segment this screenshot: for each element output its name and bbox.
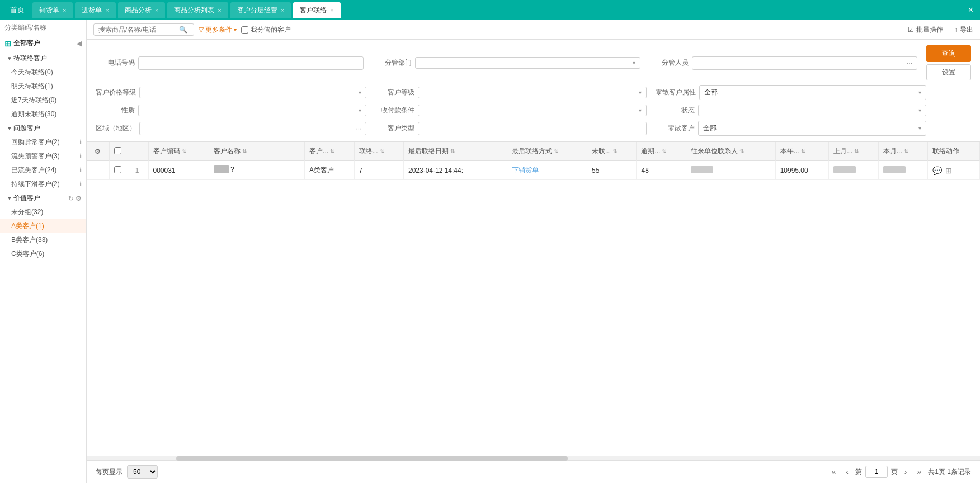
nav-home[interactable]: 首页	[4, 5, 30, 15]
sidebar-repurchase-abnormal[interactable]: 回购异常客户(2) ℹ	[0, 135, 86, 149]
pending-contact-group[interactable]: ▼ 待联络客户	[0, 51, 86, 65]
pending-triangle: ▼	[7, 55, 12, 61]
sidebar-class-b[interactable]: B类客户(33)	[0, 233, 86, 247]
info-icon-4: ℹ	[79, 181, 82, 188]
sort-way-icon[interactable]: ⇅	[554, 148, 558, 154]
close-sales-tab[interactable]: ×	[63, 7, 66, 13]
close-purchase-tab[interactable]: ×	[105, 7, 109, 13]
label-payment: 收付款条件	[375, 106, 414, 115]
settings-btn[interactable]: 设置	[926, 64, 971, 80]
page-input[interactable]	[865, 466, 888, 478]
export-btn[interactable]: ↑ 导出	[954, 25, 973, 35]
select-manager[interactable]: ···	[692, 56, 917, 70]
select-region[interactable]: ···	[139, 122, 366, 135]
filter-cell-payment: 收付款条件 ▾	[375, 105, 646, 116]
all-customers-header[interactable]: ⊞ 全部客户 ◀	[0, 35, 86, 51]
select-price-level[interactable]: ▾	[139, 87, 366, 98]
label-phone: 电话号码	[96, 58, 135, 68]
sidebar-search-input[interactable]	[4, 23, 87, 31]
my-customers-checkbox[interactable]: 我分管的客户	[241, 25, 291, 35]
th-rownum	[126, 142, 148, 161]
first-page-btn[interactable]: «	[828, 466, 839, 478]
refresh-icon[interactable]: ↻	[68, 195, 74, 202]
more-conditions-btn[interactable]: ▽ 更多条件 ▾	[199, 25, 237, 35]
filter-row-4: 区域（地区） ··· 客户类型 零散客户 全部 ▾	[96, 121, 971, 136]
sidebar-7day-pending[interactable]: 近7天待联络(0)	[0, 93, 86, 107]
prev-page-btn[interactable]: ‹	[842, 466, 852, 478]
sort-type-icon[interactable]: ⇅	[330, 148, 334, 154]
sidebar-churn-warning[interactable]: 流失预警客户(3) ℹ	[0, 149, 86, 163]
sort-this-month-icon[interactable]: ⇅	[904, 148, 908, 154]
filter-cell-phone: 电话号码	[96, 56, 364, 70]
nav-tab-customer-ops[interactable]: 客户分层经营 ×	[230, 2, 291, 18]
problem-customers-group[interactable]: ▼ 问题客户	[0, 121, 86, 135]
page-size-select[interactable]: 50 100 200	[127, 465, 158, 479]
nav-tab-customer-contact[interactable]: 客户联络 ×	[293, 2, 340, 18]
close-customer-ops-tab[interactable]: ×	[281, 7, 284, 13]
label-dept: 分管部门	[373, 58, 412, 68]
td-overdue: 48	[637, 161, 686, 180]
sort-name-icon[interactable]: ⇅	[242, 148, 247, 154]
next-page-btn[interactable]: ›	[901, 466, 911, 478]
last-page-btn[interactable]: »	[914, 466, 925, 478]
label-customer-type: 客户类型	[375, 124, 414, 133]
sidebar-tomorrow-pending[interactable]: 明天待联络(1)	[0, 79, 86, 93]
sidebar-declining[interactable]: 持续下滑客户(2) ℹ	[0, 177, 86, 191]
close-analysis-list-tab[interactable]: ×	[218, 7, 221, 13]
select-retail[interactable]: 全部 ▾	[698, 121, 926, 136]
action-icons: 💬 ⊞	[932, 166, 975, 175]
filter-icon: ▽	[199, 26, 204, 34]
sidebar-collapse-btn[interactable]: ◀	[77, 40, 82, 48]
my-customers-check[interactable]	[241, 26, 248, 34]
close-customer-contact-tab[interactable]: ×	[330, 7, 333, 13]
sort-date-icon[interactable]: ⇅	[450, 148, 455, 154]
select-nature[interactable]: ▾	[138, 105, 366, 116]
scrollbar-thumb[interactable]	[176, 456, 568, 461]
sort-year-icon[interactable]: ⇅	[801, 148, 805, 154]
sort-last-month-icon[interactable]: ⇅	[854, 148, 859, 154]
sidebar-churned[interactable]: 已流失客户(24) ℹ	[0, 163, 86, 177]
nav-tab-sales[interactable]: 销货单 ×	[32, 2, 73, 18]
close-all-tabs[interactable]: ×	[966, 3, 976, 17]
sort-overdue-icon[interactable]: ⇅	[662, 148, 666, 154]
caret-customer-level: ▾	[639, 89, 642, 96]
sidebar-class-a[interactable]: A类客户(1)	[0, 219, 86, 233]
td-last-date: 2023-04-12 14:44:	[403, 161, 507, 180]
batch-op-btn[interactable]: ☑ 批量操作	[908, 25, 943, 35]
close-analysis-tab[interactable]: ×	[155, 7, 158, 13]
select-payment[interactable]: ▾	[418, 105, 646, 116]
row-checkbox-1[interactable]	[114, 166, 121, 173]
input-phone[interactable]	[138, 56, 364, 70]
sort-contact-icon[interactable]: ⇅	[380, 148, 384, 154]
sort-no-contact-icon[interactable]: ⇅	[613, 148, 617, 154]
settings-icon[interactable]: ⚙	[76, 195, 82, 202]
select-all-checkbox[interactable]	[114, 147, 121, 154]
sidebar-ungrouped[interactable]: 未分组(32)	[0, 205, 86, 219]
nav-tab-purchase[interactable]: 进货单 ×	[75, 2, 115, 18]
select-dept[interactable]: ▾	[415, 57, 640, 69]
nav-tab-analysis[interactable]: 商品分析 ×	[118, 2, 165, 18]
value-customers-group[interactable]: ▼ 价值客户 ↻ ⚙	[0, 191, 86, 205]
td-type: A类客户	[305, 161, 354, 180]
sort-code-icon[interactable]: ⇅	[182, 148, 186, 154]
message-icon[interactable]: 💬	[932, 166, 942, 175]
table-settings-icon[interactable]: ⚙	[95, 148, 101, 155]
sort-visit-icon[interactable]: ⇅	[739, 148, 744, 154]
last-way-link[interactable]: 下销货单	[512, 166, 539, 174]
main-search-icon[interactable]: 🔍	[179, 26, 187, 34]
main-search-input[interactable]	[98, 26, 177, 34]
sidebar-today-pending[interactable]: 今天待联络(0)	[0, 65, 86, 79]
select-status[interactable]: ▾	[698, 105, 926, 116]
sidebar-overdue[interactable]: 逾期未联络(30)	[0, 107, 86, 121]
sidebar-class-c[interactable]: C类客户(6)	[0, 247, 86, 261]
filter-row-1: 电话号码 分管部门 ▾ 分管人员 ···	[96, 45, 971, 80]
select-customer-level[interactable]: ▾	[418, 87, 646, 98]
export-icon: ↑	[954, 26, 958, 34]
input-customer-type[interactable]	[418, 122, 646, 135]
td-rownum: 1	[126, 161, 148, 180]
horizontal-scrollbar[interactable]	[87, 456, 980, 460]
query-btn[interactable]: 查询	[926, 45, 971, 62]
nav-tab-analysis-list[interactable]: 商品分析列表 ×	[167, 2, 228, 18]
select-retail-attr[interactable]: 全部 ▾	[699, 85, 926, 100]
qr-icon[interactable]: ⊞	[945, 166, 952, 175]
